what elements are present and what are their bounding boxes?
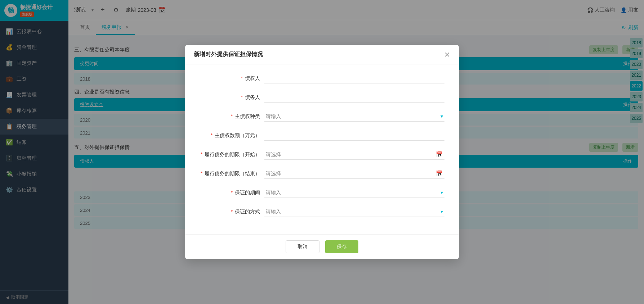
guarantee-method-arrow-icon[interactable]: ▾	[439, 209, 444, 214]
save-button[interactable]: 保存	[325, 240, 358, 253]
form-row-debtor: * 债务人	[200, 92, 444, 103]
debt-type-input[interactable]	[264, 111, 439, 121]
form-row-guarantee-period: * 保证的期间 ▾	[200, 187, 444, 198]
modal-overlay: 新增对外提供保证担保情况 ✕ * 债权人 * 债务人	[0, 0, 644, 304]
guarantee-period-select[interactable]: ▾	[264, 187, 444, 198]
guarantee-method-select[interactable]: ▾	[264, 207, 444, 217]
form-row-debt-amount: * 主债权数额（万元）	[200, 130, 444, 141]
debt-type-arrow-icon[interactable]: ▾	[439, 113, 444, 119]
period-end-date-wrapper: 📅	[264, 168, 444, 179]
form-row-creditor: * 债权人	[200, 73, 444, 83]
period-end-calendar-icon[interactable]: 📅	[434, 170, 444, 177]
form-row-period-end: * 履行债务的期限（结束） 📅	[200, 168, 444, 179]
debt-type-label: * 主债权种类	[200, 113, 264, 120]
debt-amount-input[interactable]	[264, 130, 444, 141]
form-row-guarantee-method: * 保证的方式 ▾	[200, 207, 444, 217]
guarantee-period-arrow-icon[interactable]: ▾	[439, 190, 444, 195]
form-row-debt-type: * 主债权种类 ▾	[200, 111, 444, 122]
guarantee-period-input[interactable]	[264, 187, 439, 198]
debtor-label: * 债务人	[200, 94, 264, 101]
cancel-button[interactable]: 取消	[286, 240, 319, 253]
debtor-input[interactable]	[264, 92, 444, 103]
guarantee-period-label: * 保证的期间	[200, 190, 264, 196]
guarantee-method-label: * 保证的方式	[200, 209, 264, 215]
modal-close-button[interactable]: ✕	[444, 51, 450, 58]
form-row-period-start: * 履行债务的期限（开始） 📅	[200, 149, 444, 160]
period-start-label: * 履行债务的期限（开始）	[200, 151, 264, 158]
modal-header: 新增对外提供保证担保情况 ✕	[185, 45, 459, 64]
period-start-input[interactable]	[264, 149, 434, 159]
modal-body: * 债权人 * 债务人 * 主债权种类	[185, 64, 459, 234]
period-start-calendar-icon[interactable]: 📅	[434, 151, 444, 158]
modal-title: 新增对外提供保证担保情况	[194, 51, 263, 58]
modal-footer: 取消 保存	[185, 234, 459, 259]
period-end-input[interactable]	[264, 168, 434, 178]
guarantee-method-input[interactable]	[264, 207, 439, 217]
debt-type-select[interactable]: ▾	[264, 111, 444, 122]
debt-amount-label: * 主债权数额（万元）	[200, 132, 264, 139]
period-start-date-wrapper: 📅	[264, 149, 444, 160]
creditor-input[interactable]	[264, 73, 444, 83]
period-end-label: * 履行债务的期限（结束）	[200, 171, 264, 177]
modal-dialog: 新增对外提供保证担保情况 ✕ * 债权人 * 债务人	[185, 45, 459, 259]
creditor-label: * 债权人	[200, 75, 264, 82]
